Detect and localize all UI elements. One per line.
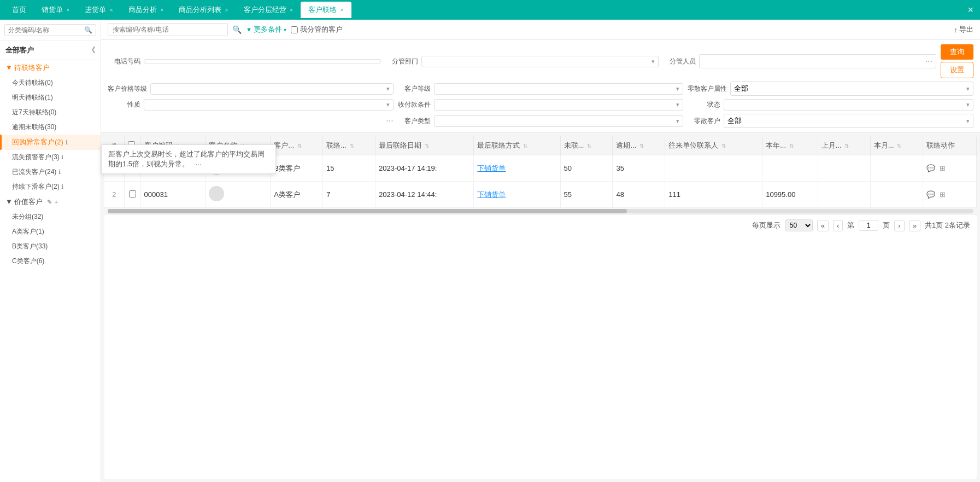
- per-page-label: 每页显示: [752, 220, 781, 230]
- row2-checkbox[interactable]: [124, 182, 140, 208]
- sidebar-item-ungrouped[interactable]: 未分组(32): [0, 210, 101, 224]
- search-input[interactable]: [108, 23, 228, 36]
- sort-this-month[interactable]: ⇅: [897, 143, 901, 149]
- close-tab-product-analysis[interactable]: ×: [160, 7, 163, 13]
- per-page-select[interactable]: 50 20 100: [785, 219, 813, 231]
- more-conditions-button[interactable]: ▼ 更多条件 ▾: [246, 25, 286, 34]
- first-page-button[interactable]: «: [817, 220, 829, 231]
- retail-customer-label: 零散客户: [688, 117, 720, 126]
- col-last-contact-date: 最后联络日期 ⇅: [375, 136, 474, 155]
- add-icon[interactable]: +: [54, 199, 57, 205]
- row2-grid-icon[interactable]: ⊞: [940, 190, 946, 199]
- staff-dots[interactable]: ···: [925, 56, 932, 66]
- customer-type-select[interactable]: ▾: [434, 115, 684, 127]
- sort-this-year[interactable]: ⇅: [789, 143, 794, 149]
- horizontal-scrollbar[interactable]: [104, 208, 977, 214]
- row1-grid-icon[interactable]: ⊞: [940, 164, 946, 172]
- retail-customer-select[interactable]: 全部 ▾: [724, 114, 973, 128]
- row2-this-year: 10995.00: [762, 182, 818, 208]
- dept-select[interactable]: ▾: [421, 56, 659, 67]
- tab-home[interactable]: 首页: [4, 2, 34, 18]
- export-button[interactable]: ↑ 导出: [954, 25, 974, 34]
- status-select[interactable]: ▾: [724, 99, 973, 111]
- sidebar-search-icon[interactable]: 🔍: [84, 26, 92, 34]
- row2-uncontacted: 55: [560, 182, 613, 208]
- sort-overdue[interactable]: ⇅: [639, 143, 644, 149]
- sidebar-collapse-icon[interactable]: 《: [88, 45, 95, 55]
- close-tab-product-analysis-list[interactable]: ×: [225, 7, 228, 13]
- sidebar-item-churned[interactable]: 已流失客户(24) ℹ: [0, 165, 101, 179]
- row2-code: 000031: [140, 182, 206, 208]
- sidebar-item-tomorrow[interactable]: 明天待联络(1): [0, 90, 101, 105]
- page-input[interactable]: [859, 220, 878, 231]
- tab-sales-order[interactable]: 销货单 ×: [34, 2, 77, 18]
- last-page-button[interactable]: »: [909, 220, 920, 231]
- row2-last-contact-method[interactable]: 下销货单: [474, 182, 560, 208]
- tab-customer-segmentation[interactable]: 客户分层经营 ×: [236, 2, 301, 18]
- sidebar-group-pending: ▼ 待联络客户 今天待联络(0) 明天待联络(1) 近7天待联络(0) 逾期未联…: [0, 60, 101, 135]
- row1-last-month: [818, 155, 870, 182]
- my-customers-checkbox[interactable]: [291, 26, 298, 33]
- sort-last-contact-method[interactable]: ⇅: [523, 143, 527, 149]
- next-page-button[interactable]: ›: [894, 220, 904, 231]
- retail-attr-select[interactable]: 全部 ▾: [730, 82, 973, 96]
- row2-overdue: 48: [613, 182, 665, 208]
- sidebar-search-input[interactable]: [4, 24, 96, 36]
- tab-product-analysis-list[interactable]: 商品分析列表 ×: [171, 2, 236, 18]
- tab-product-analysis[interactable]: 商品分析 ×: [121, 2, 171, 18]
- sidebar-item-7days[interactable]: 近7天待联络(0): [0, 105, 101, 120]
- col-level: 客户... ⇅: [271, 136, 323, 155]
- close-tab-purchase-order[interactable]: ×: [109, 7, 113, 13]
- row2-chat-icon[interactable]: 💬: [926, 190, 935, 199]
- sort-level[interactable]: ⇅: [297, 143, 302, 149]
- col-last-contact-method: 最后联络方式 ⇅: [474, 136, 560, 155]
- tooltip-dots: ···: [195, 160, 201, 168]
- sidebar-item-declining[interactable]: 持续下滑客户(2) ℹ: [0, 179, 101, 194]
- sidebar-header: 全部客户 《: [0, 41, 101, 60]
- sidebar-item-b-class[interactable]: B类客户(33): [0, 239, 101, 254]
- staff-select[interactable]: ···: [699, 54, 936, 68]
- row2-last-month: [818, 182, 870, 208]
- sort-last-contact-date[interactable]: ⇅: [425, 143, 429, 149]
- sidebar-item-today[interactable]: 今天待联络(0): [0, 76, 101, 90]
- total-label: 共1页 2条记录: [925, 220, 970, 230]
- search-button[interactable]: 🔍: [232, 25, 242, 34]
- phone-input[interactable]: [144, 59, 381, 63]
- sidebar-item-a-class[interactable]: A类客户(1): [0, 224, 101, 239]
- price-level-chevron: ▾: [386, 85, 390, 92]
- sidebar-search-area: 🔍: [0, 20, 101, 41]
- sidebar-item-churn-warning[interactable]: 流失预警客户(3) ℹ: [0, 150, 101, 165]
- row4-dots[interactable]: ···: [386, 116, 393, 126]
- sidebar-item-overdue[interactable]: 逾期未联络(30): [0, 120, 101, 135]
- row1-chat-icon[interactable]: 💬: [926, 164, 935, 172]
- col-last-month: 上月... ⇅: [818, 136, 870, 155]
- gender-select[interactable]: ▾: [144, 99, 394, 111]
- info-icon: ℹ: [66, 139, 68, 146]
- close-tab-sales-order[interactable]: ×: [66, 7, 69, 13]
- sort-last-month[interactable]: ⇅: [844, 143, 849, 149]
- price-level-select[interactable]: ▾: [150, 83, 394, 95]
- sidebar-item-c-class[interactable]: C类客户(6): [0, 254, 101, 269]
- payment-select[interactable]: ▾: [434, 99, 684, 111]
- tab-customer-contact[interactable]: 客户联络 ×: [301, 2, 351, 18]
- chevron-down-icon: ▾: [284, 27, 286, 33]
- tooltip-box: 距客户上次交易时长，超过了此客户的平均交易周期的1.5倍，则视为异常。 ···: [101, 144, 276, 174]
- sidebar-group-pending-label[interactable]: ▼ 待联络客户: [0, 60, 101, 76]
- edit-icon[interactable]: ✎: [47, 199, 52, 206]
- row2-level: A类客户: [271, 182, 323, 208]
- tab-purchase-order[interactable]: 进货单 ×: [77, 2, 120, 18]
- sidebar-group-value-label[interactable]: ▼ 价值客户 ✎ +: [0, 194, 101, 210]
- prev-page-button[interactable]: ‹: [833, 220, 843, 231]
- row2-contact-count: 7: [323, 182, 375, 208]
- customer-level-select[interactable]: ▾: [434, 83, 684, 95]
- close-all-tabs[interactable]: ×: [967, 4, 973, 16]
- sort-uncontacted[interactable]: ⇅: [587, 143, 591, 149]
- query-button[interactable]: 查询: [941, 44, 973, 60]
- sort-contacts[interactable]: ⇅: [721, 143, 726, 149]
- settings-button[interactable]: 设置: [941, 62, 973, 78]
- sidebar-item-abnormal-repurchase[interactable]: 回购异常客户(2) ℹ: [0, 135, 101, 150]
- row1-last-contact-method[interactable]: 下销货单: [474, 155, 560, 182]
- close-tab-customer-segmentation[interactable]: ×: [290, 7, 293, 13]
- close-tab-customer-contact[interactable]: ×: [340, 7, 343, 13]
- sort-contact-count[interactable]: ⇅: [350, 143, 354, 149]
